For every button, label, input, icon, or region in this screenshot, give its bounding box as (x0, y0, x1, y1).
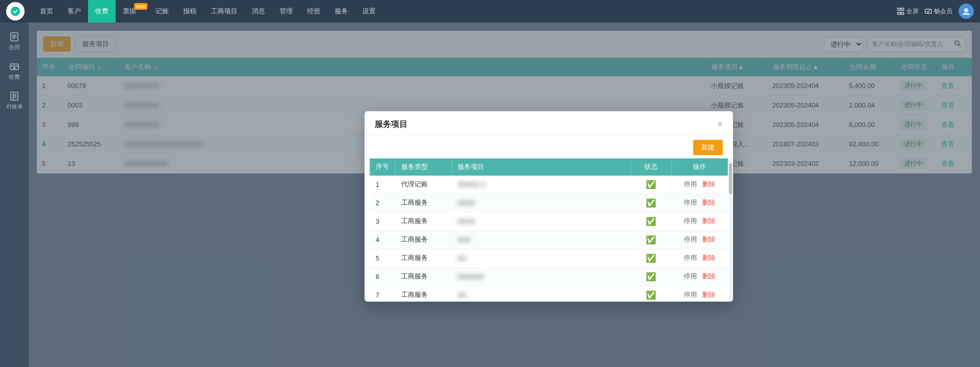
nav-operation[interactable]: 经营 (300, 0, 328, 23)
nav-fee[interactable]: 收费 (88, 0, 116, 23)
nav-invoice[interactable]: 票据 new (116, 0, 148, 23)
list-item: 2 工商服务 XXXX ✅ 停用 删除 (369, 193, 728, 212)
service-items-modal: 服务项目 × 新建 序号 服务类型 服务项目 状态 操作 (364, 111, 733, 301)
modal-cell-op: 停用 删除 (671, 286, 728, 301)
svg-rect-1 (898, 8, 900, 10)
delete-button[interactable]: 删除 (702, 291, 715, 298)
delete-button[interactable]: 删除 (702, 235, 715, 243)
modal-cell-status: ✅ (630, 193, 671, 212)
sidebar-item-contract[interactable]: 合同 (0, 27, 29, 56)
fullscreen-label: 全屏 (906, 7, 919, 16)
status-check-icon: ✅ (646, 199, 656, 207)
delete-button[interactable]: 删除 (702, 272, 715, 280)
sidebar: 合同 收费 对账单 (0, 23, 29, 367)
stop-button[interactable]: 停用 (684, 254, 697, 262)
delete-button[interactable]: 删除 (702, 199, 715, 206)
delete-button[interactable]: 删除 (702, 180, 715, 188)
vip-btn[interactable]: 畅会员 (925, 7, 952, 16)
modal-col-op: 操作 (671, 158, 728, 176)
svg-point-12 (14, 68, 15, 69)
modal-cell-seq: 1 (369, 176, 395, 194)
modal-cell-status: ✅ (630, 230, 671, 249)
sidebar-item-fee[interactable]: 收费 (0, 56, 29, 86)
modal-cell-status: ✅ (630, 267, 671, 286)
service-items-table: 序号 服务类型 服务项目 状态 操作 1 代理记账 XXXXX 1 ✅ 停用 删… (369, 158, 728, 301)
avatar[interactable] (959, 4, 974, 19)
modal-cell-type: 工商服务 (395, 249, 451, 267)
sidebar-statement-label: 对账单 (6, 103, 23, 111)
svg-rect-2 (901, 8, 904, 10)
modal-header: 服务项目 × (364, 111, 733, 135)
nav-customer[interactable]: 客户 (60, 0, 88, 23)
modal-col-item: 服务项目 (451, 158, 630, 176)
list-item: 1 代理记账 XXXXX 1 ✅ 停用 删除 (369, 176, 728, 194)
modal-cell-item: XXXX (451, 212, 630, 230)
modal-cell-seq: 4 (369, 230, 395, 249)
modal-cell-item: XXXXX 1 (451, 176, 630, 194)
modal-cell-status: ✅ (630, 212, 671, 230)
fullscreen-btn[interactable]: 全屏 (897, 7, 919, 16)
list-item: 7 工商服务 XX ✅ 停用 删除 (369, 286, 728, 301)
stop-button[interactable]: 停用 (684, 180, 697, 188)
modal-cell-op: 停用 删除 (671, 212, 728, 230)
nav-manage[interactable]: 管理 (272, 0, 300, 23)
list-item: 3 工商服务 XXXX ✅ 停用 删除 (369, 212, 728, 230)
scrollbar-track[interactable] (729, 158, 732, 301)
modal-cell-type: 工商服务 (395, 193, 451, 212)
modal-cell-op: 停用 删除 (671, 249, 728, 267)
modal-cell-seq: 2 (369, 193, 395, 212)
modal-cell-item: XXXXXX (451, 267, 630, 286)
modal-cell-op: 停用 删除 (671, 193, 728, 212)
modal-cell-seq: 5 (369, 249, 395, 267)
modal-cell-seq: 3 (369, 212, 395, 230)
modal-toolbar: 新建 (364, 135, 733, 158)
modal-col-status: 状态 (630, 158, 671, 176)
vip-label: 畅会员 (934, 7, 952, 16)
status-check-icon: ✅ (646, 291, 656, 299)
modal-cell-type: 代理记账 (395, 176, 451, 194)
modal-cell-op: 停用 删除 (671, 230, 728, 249)
modal-cell-type: 工商服务 (395, 230, 451, 249)
modal-cell-item: XXX (451, 230, 630, 249)
sidebar-contract-label: 合同 (9, 44, 20, 51)
layout: 合同 收费 对账单 新增 服务项目 进行中 已完成 已终止 (0, 23, 980, 367)
modal-cell-status: ✅ (630, 286, 671, 301)
new-service-button[interactable]: 新建 (693, 140, 723, 155)
list-item: 6 工商服务 XXXXXX ✅ 停用 删除 (369, 267, 728, 286)
modal-col-type: 服务类型 (395, 158, 451, 176)
svg-rect-3 (898, 12, 900, 14)
nav-right: 全屏 畅会员 (897, 4, 974, 19)
modal-cell-item: XXXX (451, 193, 630, 212)
stop-button[interactable]: 停用 (684, 272, 697, 280)
stop-button[interactable]: 停用 (684, 291, 697, 298)
modal-cell-op: 停用 删除 (671, 267, 728, 286)
nav-home[interactable]: 首页 (33, 0, 60, 23)
modal-cell-seq: 7 (369, 286, 395, 301)
modal-cell-item: XX (451, 249, 630, 267)
modal-cell-seq: 6 (369, 267, 395, 286)
modal-cell-status: ✅ (630, 176, 671, 194)
status-check-icon: ✅ (646, 180, 656, 189)
modal-cell-item: XX (451, 286, 630, 301)
nav-accounting[interactable]: 记账 (148, 0, 176, 23)
modal-col-seq: 序号 (369, 158, 395, 176)
modal-cell-status: ✅ (630, 249, 671, 267)
nav-message[interactable]: 消息 (245, 0, 272, 23)
nav-tax[interactable]: 报税 (176, 0, 204, 23)
stop-button[interactable]: 停用 (684, 217, 697, 225)
stop-button[interactable]: 停用 (684, 235, 697, 243)
list-item: 5 工商服务 XX ✅ 停用 删除 (369, 249, 728, 267)
stop-button[interactable]: 停用 (684, 199, 697, 206)
nav-settings[interactable]: 设置 (355, 0, 383, 23)
nav-business[interactable]: 工商项目 (204, 0, 245, 23)
modal-cell-type: 工商服务 (395, 267, 451, 286)
delete-button[interactable]: 删除 (702, 217, 715, 225)
sidebar-item-statement[interactable]: 对账单 (0, 86, 29, 116)
modal-cell-type: 工商服务 (395, 212, 451, 230)
nav-service[interactable]: 服务 (328, 0, 355, 23)
delete-button[interactable]: 删除 (702, 254, 715, 262)
status-check-icon: ✅ (646, 272, 656, 281)
logo (6, 2, 25, 20)
modal-close-button[interactable]: × (717, 120, 723, 129)
scrollbar-thumb[interactable] (729, 163, 732, 194)
